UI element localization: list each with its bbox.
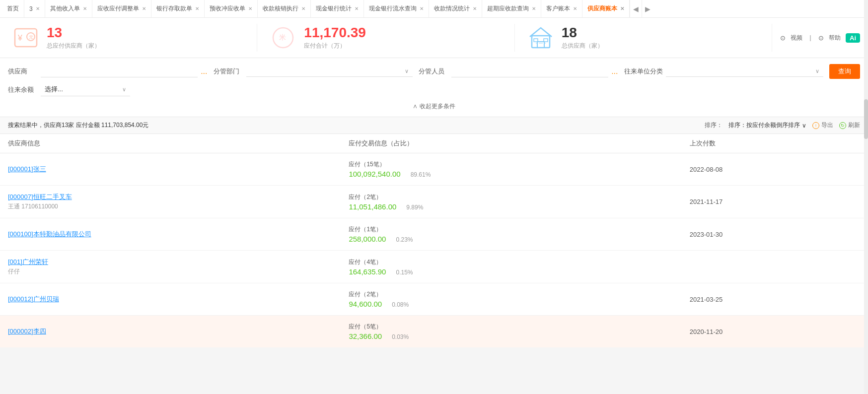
nav-tab-receipt-verify[interactable]: 收款核销执行 ✕ (258, 0, 311, 18)
close-supplier-ledger[interactable]: ✕ (620, 6, 624, 11)
nav-tab-advance-ar[interactable]: 预收冲应收单 ✕ (205, 0, 258, 18)
close-overdue-ar[interactable]: ✕ (532, 6, 536, 11)
supplier-name-3[interactable]: [001]广州荣轩 (8, 258, 349, 266)
video-link[interactable]: 视频 (791, 34, 802, 42)
nav-tab-cash-bank-stat[interactable]: 现金银行统计 ✕ (311, 0, 364, 18)
trade-percent-1: 9.89% (406, 204, 423, 211)
supplier-name-0[interactable]: [000001]张三 (8, 165, 349, 174)
stats-bar: ¥ 元 13 总应付供应商（家） 米 11,170.39 应付合计（万） (0, 18, 868, 58)
trade-amount-3: 164,635.90 (349, 267, 386, 276)
trade-percent-4: 0.08% (392, 301, 409, 308)
stat1-value: 13 (47, 25, 100, 41)
table-row: [000012]广州贝瑞 应付（2笔） 94,600.00 0.08% 2021… (0, 283, 868, 316)
category-select[interactable]: ∨ (666, 66, 824, 77)
collapse-bar[interactable]: ∧ 收起更多条件 (8, 100, 860, 113)
filter-row-2: 往来余额 选择... ∨ (8, 83, 860, 96)
nav-tab-receipt-stat[interactable]: 收款情况统计 ✕ (429, 0, 482, 18)
trade-label-4: 应付（2笔） (349, 290, 689, 299)
ai-badge[interactable]: Ai (846, 33, 860, 43)
amount-icon: 米 (269, 24, 297, 52)
supplier-cell-4: [000012]广州贝瑞 (8, 295, 349, 304)
nav-tab-overdue-ar[interactable]: 超期应收款查询 ✕ (482, 0, 541, 18)
stat3-label: 总供应商（家） (562, 42, 603, 50)
person-dots[interactable]: ... (611, 67, 618, 76)
trade-label-2: 应付（1笔） (349, 225, 689, 234)
nav-tab-cash-bank-flow[interactable]: 现金银行流水查询 ✕ (364, 0, 429, 18)
category-dropdown-arrow: ∨ (815, 68, 819, 74)
trade-percent-5: 0.03% (392, 333, 409, 340)
refresh-button[interactable]: ↻ 刷新 (839, 121, 860, 130)
trade-amount-2: 258,000.00 (349, 235, 386, 243)
video-icon: ⊙ (780, 34, 786, 42)
trade-cell-1: 应付（2笔） 11,051,486.00 9.89% (349, 193, 689, 211)
sort-select[interactable]: 排序：按应付余额倒序排序 ∨ (728, 121, 806, 130)
nav-tab-bank-deposit[interactable]: 银行存取款单 ✕ (151, 0, 205, 18)
export-icon: ↑ (812, 122, 819, 129)
supplier-cell-1: [000007]恒旺二手叉车 王通 17106110000 (8, 193, 349, 211)
table-header: 供应商信息 应付交易信息（占比） 上次付数 (0, 134, 868, 153)
supplier-cell-0: [000001]张三 (8, 165, 349, 174)
stat-total-suppliers: 18 总供应商（家） (515, 24, 772, 52)
supplier-input[interactable] (41, 66, 198, 77)
supplier-name-1[interactable]: [000007]恒旺二手叉车 (8, 193, 349, 201)
help-link[interactable]: 帮助 (829, 34, 841, 42)
result-info: 搜索结果中，供应商13家 应付金额 111,703,854.00元 (8, 121, 148, 130)
close-ar-ap-adjust[interactable]: ✕ (142, 6, 146, 11)
table-row: [000100]本特勤油品有限公司 应付（1笔） 258,000.00 0.23… (0, 218, 868, 251)
dept-select[interactable]: ∨ (246, 66, 413, 77)
nav-tab-home[interactable]: 首页 (2, 0, 24, 18)
supplier-cell-3: [001]广州荣轩 仔仔 (8, 258, 349, 276)
export-button[interactable]: ↑ 导出 (812, 121, 833, 130)
sort-label: 排序： (705, 121, 723, 130)
scrollbar-track[interactable] (864, 0, 868, 347)
dept-dropdown-arrow: ∨ (405, 68, 409, 74)
trade-amount-4: 94,600.00 (349, 300, 382, 308)
balance-label: 往来余额 (8, 85, 38, 94)
lastpay-cell-0: 2022-08-08 (690, 166, 860, 173)
supplier-name-2[interactable]: [000100]本特勤油品有限公司 (8, 230, 349, 239)
data-table: 供应商信息 应付交易信息（占比） 上次付数 [000001]张三 应付（15笔）… (0, 134, 868, 347)
close-other-income[interactable]: ✕ (83, 6, 87, 11)
close-advance-ar[interactable]: ✕ (248, 6, 252, 11)
close-cash-bank-flow[interactable]: ✕ (420, 6, 424, 11)
nav-tab-supplier-ledger[interactable]: 供应商账本 ✕ (582, 0, 630, 18)
nav-tab-ar-ap-adjust[interactable]: 应收应付调整单 ✕ (92, 0, 151, 18)
balance-select[interactable]: 选择... ∨ (41, 83, 130, 96)
svg-text:元: 元 (29, 35, 33, 40)
supplier-name-4[interactable]: [000012]广州贝瑞 (8, 295, 349, 304)
close-cash-bank-stat[interactable]: ✕ (355, 6, 359, 11)
close-tab-3[interactable]: ✕ (36, 6, 40, 11)
close-receipt-verify[interactable]: ✕ (301, 6, 305, 11)
table-row: [000002]李四 应付（5笔） 32,366.00 0.03% 2020-1… (0, 316, 868, 347)
nav-tab-customer-ledger[interactable]: 客户账本 ✕ (541, 0, 582, 18)
supplier-dots[interactable]: ... (201, 67, 207, 76)
trade-percent-3: 0.15% (396, 269, 413, 276)
nav-prev-arrow[interactable]: ◀ (630, 0, 642, 18)
close-customer-ledger[interactable]: ✕ (573, 6, 577, 11)
nav-tab-3[interactable]: 3 ✕ (24, 0, 45, 18)
close-bank-deposit[interactable]: ✕ (195, 6, 199, 11)
nav-next-arrow[interactable]: ▶ (642, 0, 653, 18)
top-navigation: 首页 3 ✕ 其他收入单 ✕ 应收应付调整单 ✕ 银行存取款单 ✕ 预收冲应收单… (0, 0, 868, 18)
person-input[interactable] (451, 66, 608, 77)
trade-label-5: 应付（5笔） (349, 323, 689, 331)
table-row: [001]广州荣轩 仔仔 应付（4笔） 164,635.90 0.15% (0, 251, 868, 283)
svg-rect-12 (544, 43, 546, 44)
supplier-label: 供应商 (8, 67, 38, 76)
close-receipt-stat[interactable]: ✕ (473, 6, 477, 11)
table-body: [000001]张三 应付（15笔） 100,092,540.00 89.61%… (0, 153, 868, 347)
sort-arrow: ∨ (802, 122, 806, 129)
scrollbar-thumb[interactable] (864, 99, 868, 139)
refresh-icon: ↻ (839, 122, 846, 129)
trade-percent-0: 89.61% (411, 171, 431, 178)
trade-cell-3: 应付（4笔） 164,635.90 0.15% (349, 258, 689, 276)
stat-total-payable-amount: 米 11,170.39 应付合计（万） (257, 24, 514, 52)
supplier-cell-2: [000100]本特勤油品有限公司 (8, 230, 349, 239)
query-button[interactable]: 查询 (829, 64, 860, 79)
trade-amount-1: 11,051,486.00 (349, 202, 396, 211)
result-bar: 搜索结果中，供应商13家 应付金额 111,703,854.00元 排序： 排序… (0, 117, 868, 134)
supplier-name-5[interactable]: [000002]李四 (8, 327, 349, 336)
nav-tab-other-income[interactable]: 其他收入单 ✕ (45, 0, 92, 18)
balance-dropdown-arrow: ∨ (122, 86, 126, 93)
filter-row-1: 供应商 ... 分管部门 ∨ 分管人员 ... 往来单位分类 ∨ 查询 (8, 64, 860, 79)
